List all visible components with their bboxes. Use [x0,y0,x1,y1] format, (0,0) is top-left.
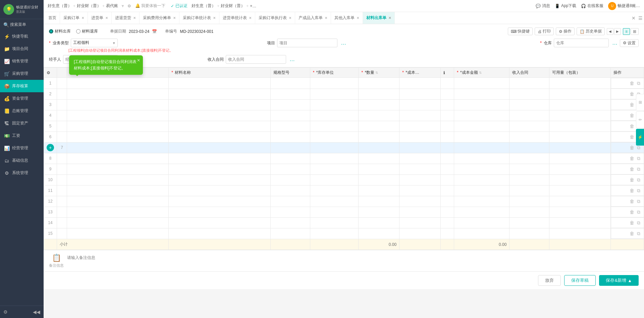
copy-row-icon[interactable]: ⧉ [636,81,641,86]
copy-row-icon[interactable]: ⧉ [636,166,641,172]
project-input[interactable] [277,39,337,47]
tab-finished-goods[interactable]: 产成品入库单 ✕ [295,12,331,24]
tab-close-purchase-order[interactable]: ✕ [82,16,84,20]
tab-menu-icon[interactable]: ☰ [638,15,643,21]
sidebar-item-project[interactable]: 📁 项目合同 [0,43,44,55]
row7-material-input[interactable] [171,145,267,150]
sidebar-item-purchase[interactable]: 🛒 采购管理 [0,67,44,80]
delete-row-icon[interactable]: 🗑 [629,199,635,204]
nav-prev[interactable]: ◀ [607,28,613,35]
row7-project-input[interactable] [70,145,166,150]
copy-row-icon[interactable]: ⧉ [636,188,641,194]
shortcut-key-btn[interactable]: ⌨ 快捷键 [508,28,533,35]
subtab-material-out[interactable]: 材料出库 [49,29,71,34]
tab-close-incoming-return[interactable]: ✕ [133,16,136,20]
tab-incoming-return[interactable]: 进退货货 ✕ [112,12,140,24]
subtab-material-return[interactable]: 材料退库 [76,29,98,34]
sidebar-item-payroll[interactable]: 💵 工资 [0,129,44,142]
add-row-btn[interactable]: + [47,144,54,151]
sidebar-item-search[interactable]: 🔍 搜索菜单 [0,19,44,30]
view-grid-btn[interactable]: ⊞ [631,28,639,35]
tab-close-incoming-stat[interactable]: ✕ [249,16,252,20]
tab-purchase-order[interactable]: 采购订单 ✕ [60,12,88,24]
right-panel-btn2[interactable]: ✏ [636,111,644,128]
income-contract-dots-btn[interactable]: … [289,56,295,62]
user-avatar[interactable]: U 畅捷通8账… [608,2,640,10]
tab-home[interactable]: 首页 [45,12,60,24]
settings-icon[interactable]: ⚙ [3,309,8,315]
print-btn[interactable]: 🖨 打印 [535,28,554,35]
message-btn[interactable]: 💬 消息 [536,3,550,9]
remarks-input[interactable] [67,254,639,267]
tab-incoming[interactable]: 进货单 ✕ [88,12,112,24]
tab-close-incoming[interactable]: ✕ [105,16,108,20]
topbar-notification[interactable]: 🔔 我要体验一下 [135,3,165,9]
tab-purchase-stat[interactable]: 采购订单统计表 ✕ [179,12,219,24]
topbar-link2-haoyecai[interactable]: 好业财（普） [221,3,245,9]
sidebar-item-inventory[interactable]: 📦 库存核算 [0,80,44,92]
sidebar-item-ledger[interactable]: 📒 总账管理 [0,105,44,117]
topbar-link-haoshengyi[interactable]: 好生意（普） [48,3,72,9]
delete-row-icon[interactable]: 🗑 [629,91,635,97]
delete-row-icon[interactable]: 🗑 [629,102,635,107]
topbar-link2-haoshengyi[interactable]: 好生意（普） [192,3,216,9]
copy-row-icon[interactable]: ⧉ [636,156,641,161]
app-download-btn[interactable]: 📱 App下载 [555,3,576,9]
tab-other-inbound[interactable]: 其他入库单 ✕ [331,12,363,24]
copy-row-icon[interactable]: ⧉ [636,209,641,215]
tab-close-material-out[interactable]: ✕ [388,16,391,20]
delete-row-icon[interactable]: 🗑 [629,231,635,236]
collapse-icon[interactable]: ◀◀ [33,309,40,315]
tab-material-out[interactable]: 材料出库单 ✕ [363,12,395,24]
delete-row-icon[interactable]: 🗑 [629,81,635,86]
history-btn[interactable]: 📋 历史单据 [577,28,605,35]
view-list-btn[interactable]: ≡ [623,28,630,35]
tooltip-close-icon[interactable]: ✕ [137,57,140,64]
sidebar-item-ops[interactable]: 📊 经营管理 [0,142,44,154]
delete-row-icon[interactable]: 🗑 [629,166,635,172]
settings-btn[interactable]: ⚙ 设置 [620,39,639,47]
discard-button[interactable]: 放弃 [538,275,561,286]
calendar-icon[interactable]: 📅 [152,29,157,34]
sidebar-item-system[interactable]: ⚙ 系统管理 [0,167,44,179]
sidebar-item-basic[interactable]: 🗂 基础信息 [0,154,44,167]
right-panel-btn3[interactable]: ⚡ [636,129,644,146]
tab-close-purchase-exec[interactable]: ✕ [289,16,291,20]
tab-incoming-stat[interactable]: 进货单统计表 ✕ [219,12,255,24]
project-dots-btn[interactable]: … [341,40,346,46]
tab-close-finished-goods[interactable]: ✕ [325,16,327,20]
delete-row-icon[interactable]: 🗑 [629,188,635,193]
tab-close-purchase-stat[interactable]: ✕ [213,16,216,20]
tab-purchase-exec[interactable]: 采购订单执行表 ✕ [255,12,295,24]
tab-close-purchase-fee[interactable]: ✕ [173,16,176,20]
copy-row-icon[interactable]: ⧉ [636,199,641,204]
nav-next[interactable]: ▶ [614,28,621,35]
sidebar-item-assets[interactable]: 🏗 固定资产 [0,117,44,129]
save-draft-button[interactable]: 保存草稿 [564,275,596,286]
right-panel-btn1[interactable]: ⊞ [636,94,644,111]
operate-btn[interactable]: ⚙ 操作 [556,28,575,35]
copy-row-icon[interactable]: ⧉ [636,231,641,236]
biz-type-select[interactable]: 工程领料 ▼ [71,39,118,47]
sidebar-item-finance[interactable]: 💰 资金管理 [0,92,44,105]
topbar-link-yidaizhang[interactable]: 易代账 [106,3,118,9]
copy-row-icon[interactable]: ⧉ [636,145,641,151]
income-contract-input[interactable] [226,55,286,64]
topbar-link2-more[interactable]: +… [250,4,256,8]
delete-row-icon[interactable]: 🗑 [629,177,635,182]
delete-row-icon[interactable]: 🗑 [629,113,635,118]
delete-row-icon[interactable]: 🗑 [629,220,635,225]
biz-type-value[interactable]: 工程领料 [71,39,118,47]
online-service-btn[interactable]: 🎧 在线客服 [581,3,603,9]
warehouse-dots-btn[interactable]: … [612,40,618,46]
tab-close-other-inbound[interactable]: ✕ [357,16,359,20]
delete-row-icon[interactable]: 🗑 [629,156,635,161]
copy-row-icon[interactable]: ⧉ [636,177,641,183]
tab-close-all-icon[interactable]: ✕ [632,15,636,21]
delete-row-icon[interactable]: 🗑 [629,145,635,150]
delete-row-icon[interactable]: 🗑 [629,123,635,129]
topbar-link-haoyecai[interactable]: 好业财（普） [77,3,101,9]
delete-row-icon[interactable]: 🗑 [629,134,635,140]
col-settings-icon[interactable]: ⚙ [47,70,50,75]
sidebar-item-sales[interactable]: 📈 销售管理 [0,55,44,67]
